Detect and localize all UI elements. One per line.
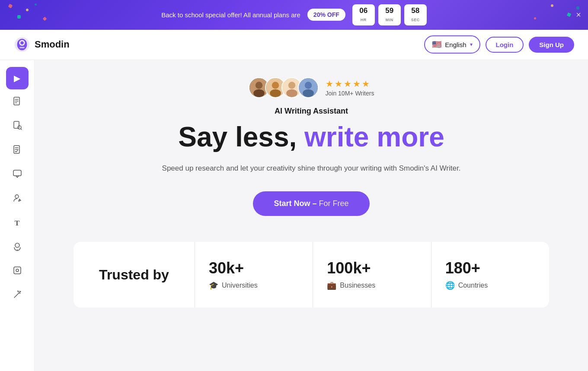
language-label: English [445, 41, 466, 48]
svg-point-17 [15, 243, 19, 247]
sidebar-item-audio[interactable] [6, 236, 29, 259]
svg-point-35 [286, 89, 297, 97]
login-button[interactable]: Login [486, 37, 524, 53]
sidebar-item-text[interactable]: T [6, 212, 29, 235]
star-1: ★ [326, 79, 333, 89]
discount-badge: 20% OFF [307, 9, 345, 21]
svg-line-21 [14, 293, 19, 298]
social-proof-row: ★ ★ ★ ★ ★ Join 10M+ Writers [249, 77, 374, 98]
flag-icon: 🇺🇸 [432, 40, 441, 49]
timer-minutes: 59 MIN [378, 4, 401, 25]
navbar: Smodin 🇺🇸 English ▾ Login Sign Up [0, 30, 588, 60]
star-2: ★ [335, 79, 342, 89]
stats-section: Trusted by 30k+ 🎓 Universities 100k+ 💼 B… [74, 242, 549, 308]
svg-point-29 [253, 89, 265, 97]
cta-free-label: For Free [319, 199, 349, 208]
trusted-by: Trusted by [74, 249, 195, 300]
language-selector[interactable]: 🇺🇸 English ▾ [424, 35, 480, 54]
svg-point-16 [15, 195, 19, 198]
stat-universities-number: 30k+ [209, 259, 299, 277]
sidebar-item-checklist[interactable] [6, 140, 29, 162]
stat-countries: 180+ 🌐 Countries [431, 242, 549, 308]
promo-banner: Back to school special offer! All annual… [0, 0, 588, 30]
star-rating: ★ ★ ★ ★ ★ [326, 79, 374, 89]
main-content: ★ ★ ★ ★ ★ Join 10M+ Writers AI Writing A… [35, 60, 588, 371]
timer-seconds: 58 SEC [404, 4, 427, 25]
svg-point-31 [272, 82, 279, 89]
stat-countries-label: Countries [458, 282, 488, 289]
svg-point-34 [288, 82, 295, 89]
hero-subtext: Speed up research and let your creativit… [162, 162, 461, 174]
svg-point-32 [270, 89, 281, 97]
logo-text: Smodin [35, 39, 70, 50]
svg-rect-9 [14, 121, 19, 128]
join-text: Join 10M+ Writers [326, 90, 374, 97]
stat-countries-number: 180+ [445, 259, 535, 277]
user-edit-icon [13, 193, 22, 205]
rating-area: ★ ★ ★ ★ ★ Join 10M+ Writers [326, 79, 374, 97]
stat-businesses-label: Businesses [340, 282, 375, 289]
svg-point-37 [304, 82, 312, 89]
cta-label: Start Now – [274, 199, 316, 208]
stat-universities-label-row: 🎓 Universities [209, 281, 299, 290]
sidebar-item-search[interactable] [6, 115, 29, 138]
stat-businesses: 100k+ 💼 Businesses [313, 242, 431, 308]
stat-countries-label-row: 🌐 Countries [445, 281, 535, 290]
svg-rect-15 [13, 170, 21, 176]
svg-line-11 [21, 129, 22, 130]
svg-rect-4 [19, 47, 24, 48]
sidebar-item-detect[interactable] [6, 260, 29, 283]
sidebar: ▶ T [0, 60, 35, 371]
signup-button[interactable]: Sign Up [529, 37, 574, 53]
chat-icon [13, 169, 22, 181]
headline-purple: write more [304, 121, 444, 152]
sidebar-item-user[interactable] [6, 188, 29, 210]
briefcase-icon: 💼 [327, 281, 336, 290]
page-layout: ▶ T [0, 60, 588, 371]
sidebar-item-expand[interactable]: ▶ [6, 67, 29, 89]
stat-businesses-number: 100k+ [327, 259, 417, 277]
close-banner-button[interactable]: × [576, 10, 581, 20]
svg-point-3 [20, 41, 24, 45]
star-4: ★ [353, 79, 361, 89]
svg-point-38 [303, 89, 314, 97]
star-3: ★ [344, 79, 352, 89]
checklist-icon [13, 145, 22, 156]
svg-point-20 [16, 269, 19, 272]
stat-universities: 30k+ 🎓 Universities [195, 242, 313, 308]
stat-businesses-label-row: 💼 Businesses [327, 281, 417, 290]
search-doc-icon [13, 120, 22, 132]
avatar [298, 77, 319, 98]
hero-headline: Say less, write more [178, 122, 444, 152]
document-icon [13, 96, 22, 108]
globe-icon: 🌐 [445, 281, 455, 290]
logo-link[interactable]: Smodin [14, 36, 70, 53]
detect-icon [13, 266, 22, 277]
chevron-down-icon: ▾ [470, 41, 473, 48]
cta-button[interactable]: Start Now – For Free [253, 191, 369, 216]
smodin-logo-icon [14, 36, 30, 53]
svg-line-26 [18, 291, 19, 292]
stat-universities-label: Universities [222, 282, 258, 289]
audio-icon [13, 241, 22, 253]
sidebar-item-chat[interactable] [6, 164, 29, 186]
countdown-timer: 06 HR 59 MIN 58 SEC [352, 4, 427, 25]
svg-point-23 [19, 291, 21, 292]
ai-label: AI Writing Assistant [275, 107, 348, 116]
trusted-by-label: Trusted by [99, 266, 169, 283]
nav-actions: 🇺🇸 English ▾ Login Sign Up [424, 35, 574, 54]
headline-black: Say less, [178, 121, 297, 152]
star-5: ★ [362, 79, 370, 89]
sidebar-item-document[interactable] [6, 91, 29, 114]
svg-rect-19 [14, 267, 21, 274]
expand-icon: ▶ [14, 73, 20, 83]
sidebar-item-magic[interactable] [6, 285, 29, 307]
avatar-stack [249, 77, 319, 98]
banner-text: Back to school special offer! All annual… [161, 11, 300, 19]
svg-point-28 [255, 82, 262, 89]
graduation-cap-icon: 🎓 [209, 281, 218, 290]
magic-wand-icon [13, 290, 22, 301]
timer-hours: 06 HR [352, 4, 375, 25]
text-icon: T [15, 219, 19, 228]
